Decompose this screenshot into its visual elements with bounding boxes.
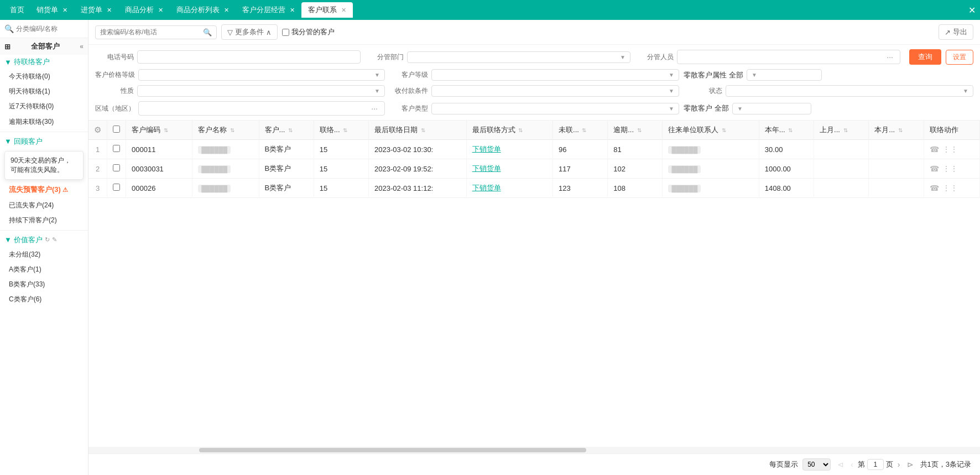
phone-input[interactable] bbox=[137, 50, 361, 64]
zero-customer-select[interactable]: ▼ bbox=[732, 103, 811, 114]
tab-home[interactable]: 首页 bbox=[4, 5, 30, 15]
th-code[interactable]: 客户编码 ⇅ bbox=[126, 121, 192, 140]
sort-icon-last-date[interactable]: ⇅ bbox=[421, 127, 425, 133]
sidebar-item-churned[interactable]: 已流失客户(24) bbox=[0, 198, 88, 213]
settings-btn[interactable]: 设置 bbox=[946, 50, 973, 65]
tab-product-analysis-close[interactable]: ✕ bbox=[158, 7, 163, 14]
payment-select[interactable]: ▼ bbox=[431, 85, 679, 97]
tab-product-analysis[interactable]: 商品分析 ✕ bbox=[118, 2, 170, 18]
row-3-contact-icon[interactable]: ☎ bbox=[930, 184, 939, 192]
tab-purchase-order[interactable]: 进货单 ✕ bbox=[74, 2, 118, 18]
more-conditions-btn[interactable]: ▽ 更多条件 ∧ bbox=[221, 24, 278, 40]
th-uncontact[interactable]: 未联... ⇅ bbox=[553, 121, 608, 140]
sidebar-all-customers[interactable]: ⊞ 全部客户 « bbox=[0, 38, 88, 55]
sidebar-item-b-customers[interactable]: B类客户(33) bbox=[0, 277, 88, 292]
dept-select[interactable]: ▼ bbox=[407, 51, 630, 63]
sidebar-item-c-customers[interactable]: C类客户(6) bbox=[0, 292, 88, 307]
row-2-checkbox[interactable] bbox=[113, 164, 120, 171]
row-1-last-way[interactable]: 下销货单 bbox=[466, 140, 552, 159]
tab-customer-segmentation-close[interactable]: ✕ bbox=[290, 7, 295, 14]
row-3-select[interactable] bbox=[107, 179, 126, 198]
search-input[interactable] bbox=[100, 28, 201, 36]
sort-icon-current-month[interactable]: ⇅ bbox=[898, 127, 903, 133]
customer-level-select[interactable]: ▼ bbox=[431, 69, 679, 81]
status-select[interactable]: ▼ bbox=[726, 85, 973, 97]
th-last-date[interactable]: 最后联络日期 ⇅ bbox=[368, 121, 466, 140]
my-customers-checkbox[interactable] bbox=[282, 29, 289, 36]
row-2-select[interactable] bbox=[107, 159, 126, 179]
sidebar-collapse-btn[interactable]: « bbox=[80, 43, 84, 50]
sort-icon-contact-count[interactable]: ⇅ bbox=[343, 127, 347, 133]
row-1-more-icon[interactable]: ⋮⋮ bbox=[942, 145, 958, 154]
gender-select[interactable]: ▼ bbox=[137, 85, 385, 97]
tab-sales-order-close[interactable]: ✕ bbox=[62, 7, 67, 14]
person-more-icon[interactable]: ··· bbox=[884, 53, 895, 61]
my-customers-label[interactable]: 我分管的客户 bbox=[282, 27, 335, 37]
window-close-icon[interactable]: ✕ bbox=[968, 5, 976, 15]
query-btn[interactable]: 查询 bbox=[909, 49, 941, 65]
sidebar-group-value[interactable]: ▼ 价值客户 ↻ ✎ bbox=[0, 233, 88, 247]
page-prev-btn[interactable]: ‹ bbox=[848, 459, 856, 470]
sidebar-item-churn-warning[interactable]: 流失预警客户(3) ⚠ bbox=[0, 182, 88, 198]
zero-attr-select[interactable]: ▼ bbox=[747, 69, 822, 81]
sidebar-item-today-contact[interactable]: 今天待联络(0) bbox=[0, 69, 88, 84]
customer-type-select[interactable]: ▼ bbox=[431, 103, 679, 114]
sort-icon-uncontact[interactable]: ⇅ bbox=[582, 127, 586, 133]
horizontal-scrollbar[interactable] bbox=[88, 447, 980, 453]
row-1-select[interactable] bbox=[107, 140, 126, 159]
row-3-checkbox[interactable] bbox=[113, 184, 120, 191]
sidebar-item-overdue-contact[interactable]: 逾期未联络(30) bbox=[0, 114, 88, 129]
sidebar-item-7day-contact[interactable]: 近7天待联络(0) bbox=[0, 99, 88, 114]
tab-customer-segmentation[interactable]: 客户分层经营 ✕ bbox=[236, 2, 301, 18]
page-current[interactable]: 1 bbox=[867, 459, 884, 470]
th-name[interactable]: 客户名称 ⇅ bbox=[192, 121, 259, 140]
gear-icon[interactable]: ⚙ bbox=[94, 125, 101, 134]
sidebar-search-input[interactable] bbox=[16, 25, 88, 33]
sort-icon-last-month[interactable]: ⇅ bbox=[843, 127, 848, 133]
row-3-last-way[interactable]: 下销货单 bbox=[466, 179, 552, 198]
th-current-month[interactable]: 本月... ⇅ bbox=[869, 121, 924, 140]
tab-product-analysis-list[interactable]: 商品分析列表 ✕ bbox=[170, 2, 236, 18]
export-btn[interactable]: ↗ 导出 bbox=[939, 24, 973, 40]
row-2-last-way[interactable]: 下销货单 bbox=[466, 159, 552, 179]
sidebar-item-declining[interactable]: 持续下滑客户(2) bbox=[0, 213, 88, 228]
th-last-month[interactable]: 上月... ⇅ bbox=[814, 121, 869, 140]
sidebar-item-a-customers[interactable]: A类客户(1) bbox=[0, 262, 88, 277]
scrollbar-thumb[interactable] bbox=[199, 448, 586, 452]
sort-icon-code[interactable]: ⇅ bbox=[164, 127, 168, 133]
tab-sales-order[interactable]: 销货单 ✕ bbox=[30, 2, 74, 18]
sidebar-item-unclassified[interactable]: 未分组(32) bbox=[0, 247, 88, 262]
sort-icon-unit-contact[interactable]: ⇅ bbox=[722, 127, 726, 133]
row-2-contact-icon[interactable]: ☎ bbox=[930, 164, 939, 173]
page-first-btn[interactable]: ⊲ bbox=[835, 459, 846, 470]
region-select[interactable]: ··· bbox=[138, 101, 385, 116]
price-level-select[interactable]: ▼ bbox=[138, 69, 385, 81]
th-settings[interactable]: ⚙ bbox=[88, 121, 107, 140]
page-size-select[interactable]: 50 20 100 bbox=[802, 458, 831, 471]
th-type[interactable]: 客户... ⇅ bbox=[259, 121, 314, 140]
sidebar-group-pending[interactable]: ▼ 待联络客户 bbox=[0, 55, 88, 69]
row-2-more-icon[interactable]: ⋮⋮ bbox=[942, 164, 958, 173]
sidebar-item-tomorrow-contact[interactable]: 明天待联络(1) bbox=[0, 84, 88, 99]
th-last-way[interactable]: 最后联络方式 ⇅ bbox=[466, 121, 552, 140]
sort-icon-name[interactable]: ⇅ bbox=[230, 127, 234, 133]
region-more-icon[interactable]: ··· bbox=[369, 104, 380, 113]
edit-icon[interactable]: ✎ bbox=[52, 236, 57, 243]
sort-icon-current-year[interactable]: ⇅ bbox=[788, 127, 793, 133]
th-overdue[interactable]: 逾期... ⇅ bbox=[608, 121, 663, 140]
row-3-more-icon[interactable]: ⋮⋮ bbox=[942, 184, 958, 192]
sort-icon-type[interactable]: ⇅ bbox=[288, 127, 293, 133]
sort-icon-last-way[interactable]: ⇅ bbox=[518, 127, 523, 133]
tab-customer-contact[interactable]: 客户联系 ✕ bbox=[301, 2, 353, 18]
th-unit-contact[interactable]: 往来单位联系人 ⇅ bbox=[663, 121, 759, 140]
page-last-btn[interactable]: ⊳ bbox=[905, 459, 916, 470]
sort-icon-overdue[interactable]: ⇅ bbox=[637, 127, 642, 133]
tab-customer-contact-close[interactable]: ✕ bbox=[341, 7, 346, 14]
sidebar-group-review[interactable]: ▼ 回顾客户 bbox=[0, 134, 88, 149]
row-1-contact-icon[interactable]: ☎ bbox=[930, 145, 939, 154]
th-contact-count[interactable]: 联络... ⇅ bbox=[314, 121, 368, 140]
refresh-icon[interactable]: ↻ bbox=[45, 236, 50, 243]
th-current-year[interactable]: 本年... ⇅ bbox=[759, 121, 814, 140]
select-all-checkbox[interactable] bbox=[113, 126, 120, 133]
person-select[interactable]: ··· bbox=[677, 50, 900, 64]
